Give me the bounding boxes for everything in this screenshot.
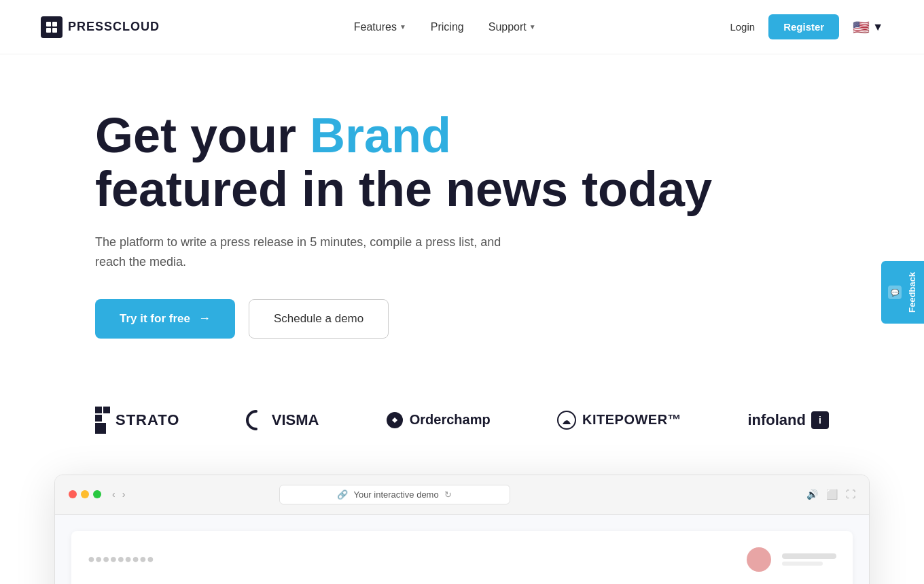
browser-url-bar[interactable]: 🔗 Your interactive demo ↻ [279,485,510,504]
user-role-line [782,562,823,566]
back-icon[interactable]: ‹ [112,489,116,500]
nav-actions: Login Register 🇺🇸 ▼ [730,14,883,39]
browser-bar: ‹ › 🔗 Your interactive demo ↻ 🔊 ⬜ ⛶ [55,475,869,515]
logo-icon [41,16,63,38]
dot-yellow [81,490,89,498]
strato-logo: STRATO [95,407,179,434]
register-button[interactable]: Register [768,14,839,39]
strato-icon [95,407,110,434]
infoland-icon: i [811,411,829,429]
hero-section: Get your Brand featured in the news toda… [0,54,924,379]
hero-subtitle: The platform to write a press release in… [95,233,530,272]
logo-text: PRESSCLOUD [68,20,160,34]
orderchamp-label: Orderchamp [410,412,491,428]
orderchamp-icon [385,411,404,430]
hero-brand-word: Brand [310,108,451,162]
nav-features[interactable]: Features ▼ [354,21,406,33]
lang-chevron-icon: ▼ [872,21,883,33]
browser-nav-icons: ‹ › [112,489,125,500]
orderchamp-logo: Orderchamp [385,411,491,430]
browser-dots [69,490,101,498]
kitepower-logo: KITEPOWER™ [556,410,681,430]
dot-green [93,490,101,498]
nav-pricing[interactable]: Pricing [431,21,464,33]
link-icon: 🔗 [337,489,348,500]
flag-icon: 🇺🇸 [853,19,870,35]
infoland-label: infoland [747,411,806,429]
arrow-right-icon: → [198,311,211,326]
nav-support[interactable]: Support ▼ [488,21,536,33]
demo-header-row: ●●●●●●●●● [88,547,836,572]
kitepower-icon [556,410,577,430]
svg-rect-2 [46,28,51,33]
hero-title: Get your Brand featured in the news toda… [95,109,829,216]
browser-content: ●●●●●●●●● Dashboard Smart Press Release … [55,515,869,584]
visma-label: VISMA [272,411,319,429]
audio-icon[interactable]: 🔊 [806,489,818,500]
demo-dashboard: ●●●●●●●●● Dashboard Smart Press Release … [71,531,853,584]
feedback-icon: 💬 [888,286,902,299]
strato-label: STRATO [116,411,179,429]
feedback-tab[interactable]: 💬 Feedback [881,261,924,324]
logo-svg [45,20,58,34]
refresh-icon: ↻ [444,489,452,500]
try-free-button[interactable]: Try it for free → [95,299,235,339]
user-name-line [782,553,836,559]
nav-links: Features ▼ Pricing Support ▼ [354,21,536,33]
visma-icon [246,410,266,430]
svg-rect-0 [46,22,51,27]
svg-point-5 [558,411,575,429]
browser-window: ‹ › 🔗 Your interactive demo ↻ 🔊 ⬜ ⛶ ●●●●… [54,475,870,584]
visma-logo: VISMA [246,410,319,430]
kitepower-label: KITEPOWER™ [582,412,681,428]
demo-avatar [747,547,771,572]
hero-buttons: Try it for free → Schedule a demo [95,299,829,339]
schedule-demo-button[interactable]: Schedule a demo [249,299,389,339]
chevron-down-icon-support: ▼ [529,23,536,31]
svg-rect-3 [52,28,57,33]
dot-red [69,490,77,498]
logos-section: STRATO VISMA Orderchamp KITEPOWER™ infol… [0,379,924,475]
login-button[interactable]: Login [730,21,755,33]
demo-section: ‹ › 🔗 Your interactive demo ↻ 🔊 ⬜ ⛶ ●●●●… [0,475,924,584]
forward-icon[interactable]: › [122,489,126,500]
browser-right-icons: 🔊 ⬜ ⛶ [806,489,855,500]
chevron-down-icon: ▼ [399,23,406,31]
site-logo[interactable]: PRESSCLOUD [41,16,160,38]
svg-rect-1 [52,22,57,27]
language-selector[interactable]: 🇺🇸 ▼ [853,19,883,35]
main-nav: PRESSCLOUD Features ▼ Pricing Support ▼ … [0,0,924,54]
demo-brand-blur: ●●●●●●●●● [88,552,739,566]
fullscreen-icon[interactable]: ⛶ [846,489,855,500]
picture-icon[interactable]: ⬜ [826,489,838,500]
infoland-logo: infoland i [747,411,829,429]
